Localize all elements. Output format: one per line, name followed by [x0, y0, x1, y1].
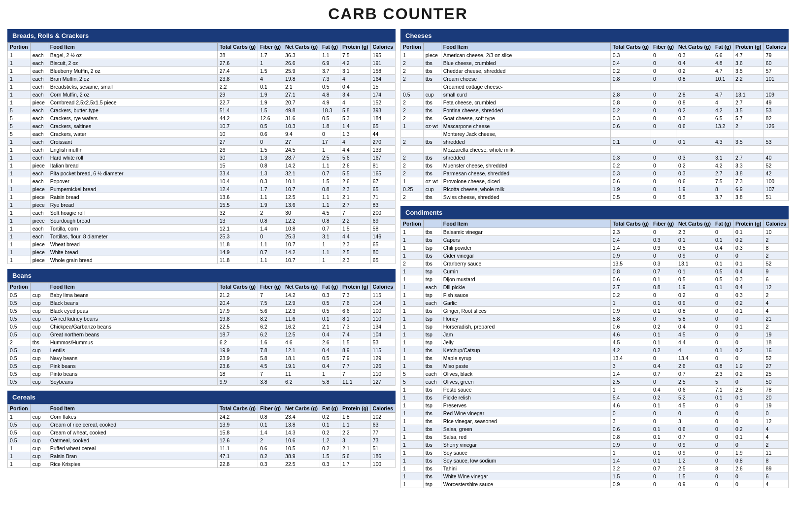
table-cell: 0.3 [610, 154, 651, 162]
table-cell: Chili powder [441, 244, 610, 252]
table-row: 1tbsSherry vinegar0.900.9002 [401, 441, 789, 449]
table-cell: Pesto sauce [441, 386, 610, 394]
table-cell: 1 [401, 472, 424, 480]
table-cell: 1 [401, 465, 424, 472]
table-cell: 2 [401, 138, 424, 146]
table-cell: 22.5 [217, 323, 258, 331]
table-cell: 1 [401, 331, 424, 338]
table-cell: 1.4 [610, 457, 651, 465]
table-cell: Tortillas, flour, 8 diameter [48, 233, 217, 240]
table-cell: 115 [370, 346, 395, 354]
table-cell: 7.3 [340, 291, 371, 299]
table-cell: 11.1 [217, 444, 258, 452]
table-cell: 0.3 [733, 244, 764, 252]
table-cell: 10.7 [283, 185, 320, 193]
table-cell: 2.3 [340, 185, 371, 193]
table-cell: 2 [763, 236, 788, 244]
table-header-row: Portion Food Item Total Carbs (g) Fiber … [401, 43, 789, 51]
table-cell: 5 [401, 378, 424, 386]
table-cell: Honey [441, 315, 610, 323]
table-cell: 0 [713, 323, 733, 331]
table-row: 1tspPreserves4.60.14.50019 [401, 401, 789, 409]
table-cell: 0.7 [258, 248, 283, 256]
table-row: 1tspJam4.60.14.50019 [401, 331, 789, 338]
table-cell: 14.3 [283, 429, 320, 436]
table-cell: 5 [8, 106, 31, 114]
table-cell: 10.7 [217, 122, 258, 130]
table-cell: 0.4 [320, 346, 340, 354]
table-cell: 0.5 [320, 83, 340, 91]
table-cell: 0 [733, 417, 764, 425]
table-row: 0.5cupCream of rice cereal, cooked13.90.… [8, 421, 396, 429]
table-cell: 0.5 [8, 436, 31, 444]
table-cell: each [30, 51, 48, 59]
section-cheeses: Cheeses Portion Food Item Total Carbs (g… [400, 29, 789, 201]
table-cell: 0.1 [651, 449, 676, 457]
left-column: Breads, Rolls & Crackers Portion Food It… [7, 29, 396, 473]
table-cell: 0.6 [610, 323, 651, 331]
table-cell: 1 [8, 162, 31, 169]
table-cell: Blueberry Muffin, 2 oz [48, 67, 217, 75]
table-row: 1eachPita pocket bread, 6 ½ diameter33.4… [8, 169, 396, 177]
table-cell: 1 [8, 460, 31, 468]
col-unit [30, 283, 48, 291]
table-cell: 3.6 [733, 59, 764, 67]
table-cell: 152 [370, 99, 395, 106]
table-cell: 0 [651, 51, 676, 59]
table-cell: 4.3 [713, 138, 733, 146]
table-cell: Feta cheese, crumbled [441, 99, 610, 106]
table-cell: 0.5 [8, 307, 31, 315]
table-cell: Miso paste [441, 362, 610, 370]
table-cell: 8.2 [258, 315, 283, 323]
table-cell: 22.7 [217, 99, 258, 106]
table-cell: Breadsticks, sesame, small [48, 83, 217, 91]
table-cell: 22.8 [217, 460, 258, 468]
table-cell: 4 [763, 433, 788, 441]
table-cell: 18 [217, 370, 258, 378]
table-cell: Crackers, butter-type [48, 106, 217, 114]
table-cell: 0.7 [320, 169, 340, 177]
table-cell: 29 [217, 91, 258, 99]
table-cell: tbs [423, 99, 441, 106]
table-cell: 7.3 [733, 177, 764, 185]
table-cell: 6.9 [320, 59, 340, 67]
table-cell: 0 [733, 409, 764, 417]
col-cal: Calories [370, 43, 395, 51]
table-cell: 2 [763, 441, 788, 449]
table-cell: shredded [441, 154, 610, 162]
table-cell: 0 [713, 299, 733, 307]
table-cell: 2.2 [340, 429, 371, 436]
table-cell: 104 [370, 331, 395, 338]
table-cell: each [30, 67, 48, 75]
table-cell: cup [30, 315, 48, 323]
table-cell: 1.5 [340, 225, 371, 233]
table-cell: Crackers, rye wafers [48, 114, 217, 122]
table-cell: 0.1 [713, 394, 733, 401]
table-cell: 0 [733, 441, 764, 449]
table-cell: 1 [320, 146, 340, 154]
table-cell: 7.3 [320, 75, 340, 83]
table-cell: 6.9 [733, 185, 764, 193]
table-row: 0.5cupLentils19.97.812.10.48.9115 [8, 346, 396, 354]
table-cell: 14.9 [217, 248, 258, 256]
table-cell: 0 [651, 59, 676, 67]
table-cell: cup [30, 354, 48, 362]
table-cell: American cheese, 2/3 oz slice [441, 51, 610, 59]
col-cal: Calories [370, 404, 395, 413]
col-tc: Total Carbs (g) [610, 220, 651, 228]
table-cell: Salsa, green [441, 425, 610, 433]
table-cell: 0.1 [258, 421, 283, 429]
table-cell: 0 [733, 480, 764, 488]
table-row: 1tbsGinger, Root slices0.90.10.800.14 [401, 307, 789, 315]
table-cell: 7 [340, 370, 371, 378]
table-cell: 0.9 [676, 441, 713, 449]
table-cell: English muffin [48, 146, 217, 154]
table-row: 5eachOlives, black1.40.70.72.30.225 [401, 370, 789, 378]
table-cell: 0.2 [733, 346, 764, 354]
table-cell: 0 [713, 401, 733, 409]
table-row: 1eachBreadsticks, sesame, small2.20.12.1… [8, 83, 396, 91]
table-cell: 0.4 [733, 283, 764, 291]
table-cell: 270 [370, 138, 395, 146]
table-cell: 0.1 [733, 394, 764, 401]
table-cell: tbs [423, 472, 441, 480]
